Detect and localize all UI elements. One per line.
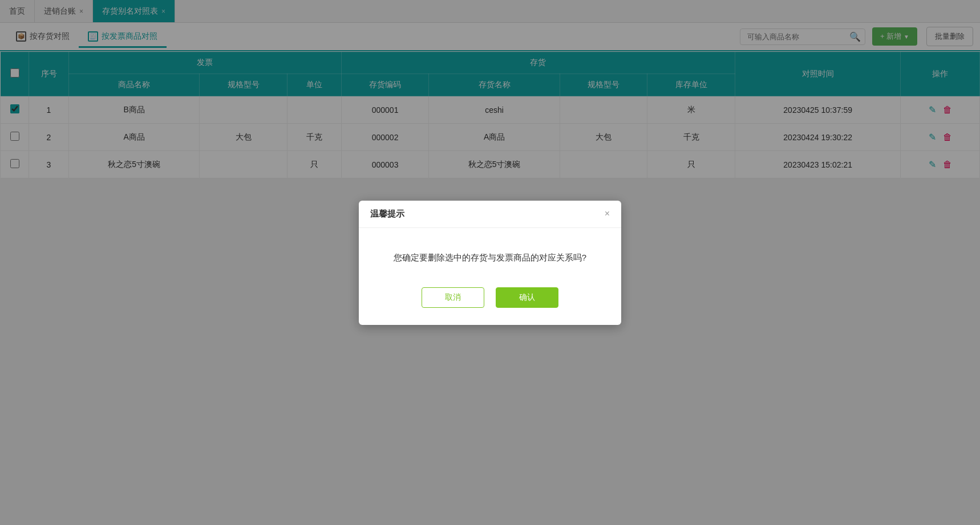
overlay: 温馨提示 × 您确定要删除选中的存货与发票商品的对应关系吗? 取消 确认 xyxy=(0,0,980,178)
